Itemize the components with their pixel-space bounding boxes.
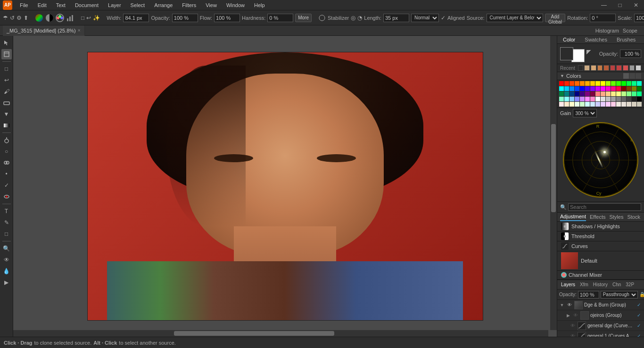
adj-tab-adjustment[interactable]: Adjustment (560, 213, 586, 221)
pen-tool[interactable]: ✎ (1, 217, 12, 228)
recent-color-7[interactable] (616, 65, 622, 71)
chn-tab[interactable]: Chn (611, 282, 623, 288)
tool-icon-3[interactable]: ⚙ (17, 13, 22, 23)
document-tab[interactable]: _MG_3515 [Modified] (25.8%) × (3, 25, 85, 36)
color-cell[interactable] (637, 91, 642, 96)
visibility-general-1[interactable]: 👁 (570, 333, 576, 337)
zoom-tool[interactable]: 🔍 (1, 243, 12, 254)
color-cell[interactable] (621, 81, 626, 86)
color-cell[interactable] (627, 97, 631, 101)
check-general-1[interactable]: ✓ (636, 333, 642, 337)
expand-dge-burn[interactable]: ▼ (559, 302, 565, 308)
blend-mode-dropdown[interactable]: Normal (411, 14, 439, 22)
color-cell[interactable] (621, 91, 626, 96)
shape-tool[interactable]: □ (1, 229, 12, 239)
view-tool[interactable]: 👁 (1, 255, 12, 265)
gradient-tool[interactable] (1, 120, 12, 131)
foreground-color-swatch[interactable] (560, 47, 573, 60)
color-cell[interactable] (559, 86, 564, 91)
color-cell[interactable] (637, 81, 642, 86)
color-cell[interactable] (611, 102, 616, 107)
menu-window[interactable]: Window (224, 1, 247, 9)
swap-colors-icon[interactable] (586, 50, 594, 58)
color-cell[interactable] (627, 81, 631, 86)
color-cell[interactable] (616, 91, 621, 96)
color-cell[interactable] (611, 86, 616, 91)
swatches-tab[interactable]: Swatches (582, 36, 610, 43)
h-scroll-thumb[interactable] (174, 331, 335, 336)
recent-color-4[interactable] (597, 65, 603, 71)
color-cell[interactable] (585, 102, 590, 107)
color-cell[interactable] (570, 102, 574, 107)
color-cell[interactable] (627, 102, 631, 107)
color-cell[interactable] (627, 91, 631, 96)
layer-row-ojeiros[interactable]: ▶ 👁 ojeiros (Group) ✓ (557, 310, 644, 321)
expand-general-dge[interactable] (565, 323, 568, 329)
color-cell[interactable] (590, 81, 595, 86)
recent-color-2[interactable] (584, 65, 590, 71)
menu-help[interactable]: Help (252, 1, 267, 9)
32p-tab[interactable]: 32P (624, 282, 636, 288)
recent-color-3[interactable] (591, 65, 596, 71)
color-tab[interactable]: Color (560, 36, 578, 43)
channel-mixer-row[interactable]: Channel Mixer (557, 271, 644, 280)
color-cell[interactable] (580, 81, 585, 86)
color-picker-tool[interactable]: 💧 (1, 266, 12, 276)
tool-icon-2[interactable]: ↺ (10, 13, 15, 23)
color-cell[interactable] (595, 97, 600, 101)
menu-view[interactable]: View (204, 1, 219, 9)
color-cell[interactable] (575, 97, 579, 101)
brushes-tab[interactable]: Brushes (614, 36, 638, 43)
color-cell[interactable] (595, 86, 600, 91)
tool-icon-share[interactable]: ⬆ (24, 13, 28, 23)
color-cell[interactable] (570, 81, 574, 86)
color-cell[interactable] (611, 97, 616, 101)
color-cell[interactable] (590, 86, 595, 91)
color-cell[interactable] (564, 81, 569, 86)
dodge-tool[interactable] (1, 135, 12, 145)
tab-close-button[interactable]: × (78, 28, 81, 33)
length-input[interactable] (383, 14, 409, 22)
histogram-tab[interactable]: Histogram (595, 28, 619, 33)
patch-tool[interactable]: ✓ (1, 180, 12, 191)
color-cell[interactable] (606, 97, 611, 101)
maximize-button[interactable]: □ (615, 0, 625, 10)
color-cell[interactable] (627, 86, 631, 91)
color-cell[interactable] (616, 86, 621, 91)
color-cell[interactable] (575, 91, 579, 96)
color-cell[interactable] (559, 97, 564, 101)
color-cell[interactable] (564, 97, 569, 101)
color-cell[interactable] (570, 91, 574, 96)
color-cell[interactable] (606, 81, 611, 86)
canvas-horizontal-scrollbar[interactable] (13, 330, 548, 337)
color-cell[interactable] (637, 102, 642, 107)
recent-color-1[interactable] (578, 65, 584, 71)
color-cell[interactable] (559, 81, 564, 86)
paintbrush-tool[interactable]: 🖌 (1, 86, 12, 97)
color-cell[interactable] (595, 81, 600, 86)
color-cell[interactable] (637, 86, 642, 91)
stabilizer-toggle[interactable]: ◎ (351, 13, 355, 23)
menu-edit[interactable]: Edit (36, 1, 49, 9)
color-cell[interactable] (580, 97, 585, 101)
check-dge-burn[interactable]: ✓ (636, 302, 642, 308)
default-thumb[interactable] (561, 252, 578, 269)
color-cell[interactable] (601, 91, 605, 96)
color-cell[interactable] (564, 86, 569, 91)
text-tool[interactable]: T (1, 206, 12, 216)
color-cell[interactable] (611, 81, 616, 86)
color-cell[interactable] (580, 86, 585, 91)
lasso-tool[interactable]: ↩ (1, 75, 12, 85)
color-cell[interactable] (616, 81, 621, 86)
stabilizer-icon2[interactable]: ◔ (357, 13, 362, 23)
color-cell[interactable] (606, 91, 611, 96)
eraser-tool[interactable] (1, 98, 12, 108)
close-button[interactable]: ✕ (631, 0, 641, 10)
v-scroll-thumb[interactable] (551, 124, 556, 212)
flow-input[interactable] (214, 14, 240, 22)
color-cell[interactable] (601, 81, 605, 86)
move-tool[interactable] (1, 38, 12, 48)
color-cell[interactable] (595, 91, 600, 96)
menu-select[interactable]: Select (129, 1, 147, 9)
color-cell[interactable] (585, 81, 590, 86)
